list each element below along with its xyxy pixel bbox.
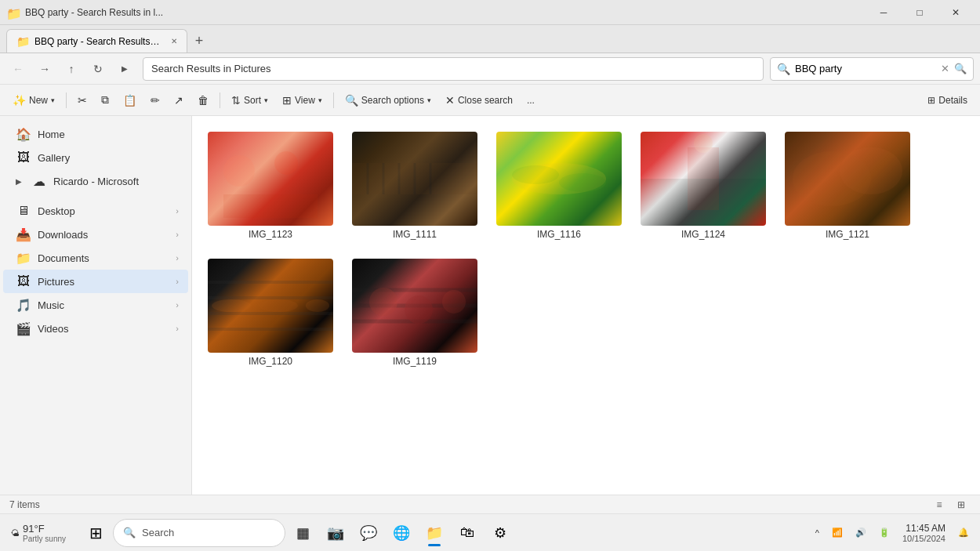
taskbar-gallery-button[interactable]: 📷 bbox=[320, 517, 351, 549]
photo-item-img1119[interactable]: IMG_1119 bbox=[349, 256, 481, 370]
taskbar-start-button[interactable]: ⊞ bbox=[80, 517, 111, 549]
notification-icon-area[interactable]: 🔔 bbox=[953, 519, 974, 547]
search-submit-icon[interactable]: 🔍 bbox=[954, 63, 967, 74]
clock-area[interactable]: 11:45 AM 10/15/2024 bbox=[898, 519, 950, 547]
taskbar-edge-button[interactable]: 🌐 bbox=[386, 517, 417, 549]
search-bar[interactable]: 🔍 ✕ 🔍 bbox=[770, 57, 974, 81]
photo-item-img1120[interactable]: IMG_1120 bbox=[205, 256, 336, 370]
volume-icon: 🔊 bbox=[855, 527, 866, 538]
sidebar-item-videos[interactable]: 🎬 Videos › bbox=[3, 317, 188, 340]
close-button[interactable]: ✕ bbox=[938, 0, 974, 25]
expand-path-button[interactable]: ▶ bbox=[113, 57, 136, 81]
toolbar-sep-1 bbox=[66, 92, 67, 108]
new-button[interactable]: ✨ New ▾ bbox=[6, 89, 61, 112]
svg-point-23 bbox=[259, 299, 298, 312]
svg-rect-14 bbox=[641, 179, 766, 226]
network-icon-area[interactable]: 📶 bbox=[827, 519, 848, 547]
taskbar-search-bar[interactable]: 🔍 Search bbox=[113, 519, 285, 547]
weather-widget[interactable]: 🌤 91°F Partly sunny bbox=[6, 519, 71, 547]
delete-button[interactable]: 🗑 bbox=[191, 89, 215, 112]
close-search-button[interactable]: ✕ Close search bbox=[439, 89, 519, 112]
photo-item-img1111[interactable]: IMG_1111 bbox=[349, 129, 481, 243]
up-button[interactable]: ↑ bbox=[60, 57, 83, 81]
weather-block: 91°F Partly sunny bbox=[23, 523, 66, 543]
search-options-button[interactable]: 🔍 Search options ▾ bbox=[339, 89, 437, 112]
new-tab-button[interactable]: + bbox=[187, 29, 211, 53]
paste-button[interactable]: 📋 bbox=[117, 89, 143, 112]
volume-icon-area[interactable]: 🔊 bbox=[851, 519, 871, 547]
search-input[interactable] bbox=[795, 63, 936, 74]
taskbar-explorer-button[interactable]: 📁 bbox=[419, 517, 450, 549]
rename-icon: ✏ bbox=[151, 94, 160, 107]
tray-expand-icon: ^ bbox=[815, 528, 819, 538]
photo-item-img1123[interactable]: IMG_1123 bbox=[205, 129, 336, 243]
sidebar-item-documents[interactable]: 📁 Documents › bbox=[3, 246, 188, 270]
sidebar-item-desktop[interactable]: 🖥 Desktop › bbox=[3, 199, 188, 223]
photo-thumb-img1119 bbox=[352, 259, 477, 353]
view-button[interactable]: ⊞ View ▾ bbox=[276, 89, 328, 112]
taskbar-store-button[interactable]: 🛍 bbox=[452, 517, 483, 549]
copy-button[interactable]: ⧉ bbox=[95, 89, 115, 112]
minimize-button[interactable]: ─ bbox=[866, 0, 902, 25]
forward-button[interactable]: → bbox=[33, 57, 56, 81]
svg-point-22 bbox=[212, 299, 251, 312]
tab-bar: 📁 BBQ party - Search Results in l... ✕ + bbox=[0, 25, 980, 53]
list-view-button[interactable]: ≡ bbox=[930, 497, 949, 513]
sort-button[interactable]: ⇅ Sort ▾ bbox=[225, 89, 274, 112]
sidebar-item-downloads[interactable]: 📥 Downloads › bbox=[3, 223, 188, 246]
details-button[interactable]: ⊞ Details bbox=[921, 89, 974, 112]
view-label: View bbox=[295, 95, 315, 106]
search-options-icon: 🔍 bbox=[345, 94, 358, 107]
up-icon: ↑ bbox=[69, 63, 74, 75]
maximize-button[interactable]: □ bbox=[902, 0, 938, 25]
photo-grid: IMG_1123 IMG_1111 IMG_1116 IMG_1124 IMG_… bbox=[205, 129, 967, 370]
tab-bbq[interactable]: 📁 BBQ party - Search Results in l... ✕ bbox=[6, 29, 187, 53]
clock-date: 10/15/2024 bbox=[902, 534, 946, 543]
grid-view-button[interactable]: ⊞ bbox=[952, 497, 971, 513]
more-button[interactable]: ... bbox=[521, 89, 541, 112]
window-controls: ─ □ ✕ bbox=[866, 0, 974, 25]
photo-label-img1121: IMG_1121 bbox=[826, 229, 869, 240]
toolbar-sep-3 bbox=[333, 92, 334, 108]
forward-icon: → bbox=[39, 63, 50, 75]
sidebar-item-home[interactable]: 🏠 Home bbox=[3, 122, 188, 146]
photo-item-img1121[interactable]: IMG_1121 bbox=[782, 129, 913, 243]
sidebar-item-onedrive[interactable]: ▶ ☁ Ricardo - Microsoft bbox=[3, 169, 188, 193]
sidebar-item-music[interactable]: 🎵 Music › bbox=[3, 293, 188, 317]
back-button[interactable]: ← bbox=[6, 57, 30, 81]
clear-search-icon[interactable]: ✕ bbox=[941, 63, 949, 74]
refresh-button[interactable]: ↻ bbox=[86, 57, 110, 81]
more-icon: ... bbox=[527, 95, 535, 106]
music-pin-icon: › bbox=[176, 300, 179, 310]
desktop-icon: 🖥 bbox=[16, 204, 31, 218]
tab-close-button[interactable]: ✕ bbox=[171, 37, 177, 45]
search-options-chevron-icon: ▾ bbox=[427, 96, 431, 104]
sidebar-item-pictures-label: Pictures bbox=[38, 276, 74, 288]
svg-point-24 bbox=[306, 299, 329, 312]
svg-rect-12 bbox=[688, 147, 719, 210]
system-tray-expand[interactable]: ^ bbox=[811, 519, 824, 547]
sidebar-item-gallery[interactable]: 🖼 Gallery bbox=[3, 146, 188, 169]
breadcrumb[interactable]: Search Results in Pictures bbox=[143, 57, 764, 81]
cut-button[interactable]: ✂ bbox=[71, 89, 93, 112]
photo-item-img1116[interactable]: IMG_1116 bbox=[493, 129, 625, 243]
breadcrumb-path: Search Results in Pictures bbox=[151, 63, 270, 74]
taskbar-widgets-button[interactable]: ▦ bbox=[287, 517, 318, 549]
battery-icon-area[interactable]: 🔋 bbox=[874, 519, 895, 547]
photo-thumb-img1123 bbox=[208, 132, 333, 226]
desktop-pin-icon: › bbox=[176, 206, 179, 216]
toolbar-sep-2 bbox=[220, 92, 220, 108]
sidebar-item-pictures[interactable]: 🖼 Pictures › bbox=[3, 270, 188, 293]
share-button[interactable]: ↗ bbox=[168, 89, 190, 112]
taskbar-teams-button[interactable]: 💬 bbox=[353, 517, 384, 549]
onedrive-expand-icon: ▶ bbox=[16, 177, 25, 186]
edge-icon: 🌐 bbox=[393, 524, 410, 542]
settings-icon: ⚙ bbox=[494, 524, 506, 542]
svg-point-9 bbox=[512, 163, 606, 194]
photo-item-img1124[interactable]: IMG_1124 bbox=[637, 129, 769, 243]
taskbar-settings-button[interactable]: ⚙ bbox=[485, 517, 516, 549]
weather-icon: 🌤 bbox=[11, 528, 20, 538]
svg-rect-2 bbox=[223, 194, 318, 218]
rename-button[interactable]: ✏ bbox=[144, 89, 166, 112]
view-icon: ⊞ bbox=[282, 94, 292, 107]
